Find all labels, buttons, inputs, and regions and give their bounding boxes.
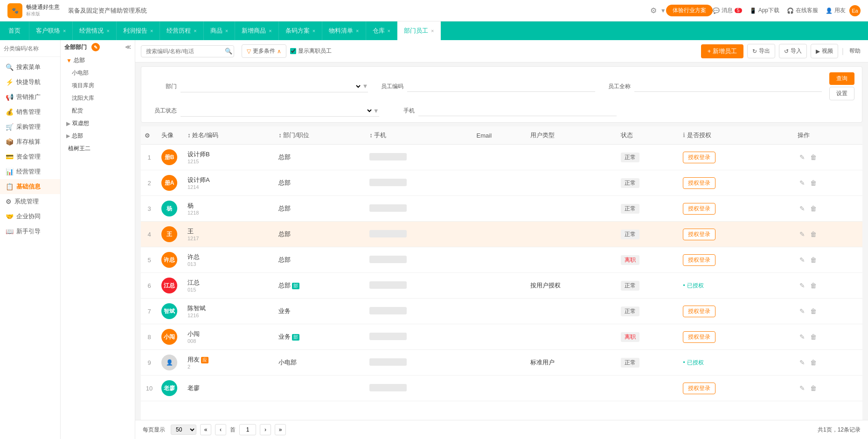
gear-icon[interactable]: ⚙ — [650, 6, 657, 15]
auth-login-button[interactable]: 授权登录 — [683, 254, 715, 266]
delete-button[interactable]: 🗑 — [808, 332, 819, 341]
sidebar-item-basic[interactable]: 📋 基础信息 — [0, 179, 60, 194]
page-size-select[interactable]: 50 100 200 — [171, 425, 196, 435]
col-dept[interactable]: ↕ 部门/职位 — [275, 126, 366, 145]
online-service-button[interactable]: 🎧 在线客服 — [787, 7, 818, 14]
auth-login-button[interactable]: 授权登录 — [683, 331, 715, 343]
message-button[interactable]: 💬 消息 5 — [713, 7, 742, 14]
title-dropdown[interactable]: ▼ — [660, 7, 666, 14]
close-icon[interactable]: × — [225, 28, 228, 34]
import-button[interactable]: ↺ 导入 — [779, 44, 807, 58]
help-button[interactable]: 帮助 — [847, 45, 862, 57]
last-page-button[interactable]: » — [275, 424, 286, 435]
auth-login-button[interactable]: 授权登录 — [683, 306, 715, 317]
col-name[interactable]: ↕ 姓名/编码 — [184, 126, 275, 145]
delete-button[interactable]: 🗑 — [808, 383, 819, 393]
tab-history[interactable]: 经营历程 × — [160, 21, 203, 40]
show-resigned-label[interactable]: 显示离职员工 — [290, 47, 332, 55]
close-icon[interactable]: × — [150, 28, 153, 34]
edit-button[interactable]: ✎ — [798, 281, 807, 290]
edit-button[interactable]: ✎ — [798, 178, 807, 188]
edit-button[interactable]: ✎ — [798, 383, 807, 393]
collapse-icon[interactable]: ≪ — [125, 44, 131, 50]
add-employee-button[interactable]: + 新增员工 — [701, 44, 743, 58]
tab-bom[interactable]: 物料清单 × — [322, 21, 366, 40]
auth-login-button[interactable]: 授权登录 — [683, 229, 715, 240]
search-input[interactable] — [141, 45, 234, 57]
sidebar-item-inventory[interactable]: 📦 库存核算 — [0, 134, 60, 149]
close-icon[interactable]: × — [431, 28, 434, 34]
sidebar-item-marketing[interactable]: 📢 营销推广 — [0, 90, 60, 105]
filter-empcode-input[interactable] — [407, 81, 595, 92]
prev-page-button[interactable]: ‹ — [215, 424, 226, 435]
auth-login-button[interactable]: 授权登录 — [683, 177, 715, 189]
col-settings[interactable]: ⚙ — [141, 126, 158, 145]
show-resigned-checkbox[interactable] — [290, 48, 296, 54]
sidebar-item-collab[interactable]: 🤝 企业协同 — [0, 209, 60, 224]
close-icon[interactable]: × — [356, 28, 359, 34]
tab-customer[interactable]: 客户联络 × — [29, 21, 73, 40]
edit-button[interactable]: ✎ — [798, 153, 807, 162]
tab-add-goods[interactable]: 新增商品 × — [235, 21, 278, 40]
sidebar-item-guide[interactable]: 📖 新手引导 — [0, 224, 60, 239]
dept-group-header-hq[interactable]: ▼ 总部 — [61, 54, 135, 67]
edit-button[interactable]: ✎ — [798, 255, 807, 265]
close-icon[interactable]: × — [388, 28, 390, 34]
next-page-button[interactable]: › — [260, 424, 271, 435]
dept-group-header-sx[interactable]: ▶ 双虚想 — [61, 117, 135, 130]
filter-phone-input[interactable] — [418, 105, 617, 116]
close-icon[interactable]: × — [194, 28, 196, 34]
dept-leaf-xiaodibu[interactable]: 小电部 — [61, 67, 135, 79]
dept-leaf-peihuo[interactable]: 配货 — [61, 105, 135, 117]
delete-button[interactable]: 🗑 — [808, 281, 819, 290]
sidebar-item-finance[interactable]: 💳 资金管理 — [0, 149, 60, 164]
dept-all-header[interactable]: 全部部门 ✎ ≪ — [61, 40, 135, 54]
delete-button[interactable]: 🗑 — [808, 153, 819, 162]
edit-button[interactable]: ✎ — [798, 358, 807, 367]
sidebar-item-system[interactable]: ⚙ 系统管理 — [0, 194, 60, 209]
view-button[interactable]: ▶ 视频 — [811, 44, 838, 58]
delete-button[interactable]: 🗑 — [808, 358, 819, 367]
dept-leaf-shenyang[interactable]: 沈阳大库 — [61, 92, 135, 105]
close-icon[interactable]: × — [63, 28, 66, 34]
first-page-button[interactable]: « — [200, 424, 211, 435]
current-page-input[interactable] — [239, 424, 256, 435]
close-icon[interactable]: × — [269, 28, 271, 34]
delete-button[interactable]: 🗑 — [808, 204, 819, 213]
query-button[interactable]: 查询 — [829, 72, 854, 85]
delete-button[interactable]: 🗑 — [808, 307, 819, 316]
edit-button[interactable]: ✎ — [798, 204, 807, 213]
delete-button[interactable]: 🗑 — [808, 255, 819, 265]
dept-group-header-zs[interactable]: 植树王二 — [61, 142, 135, 155]
filter-dept-select[interactable] — [181, 83, 362, 90]
sidebar-item-search[interactable]: 🔍 搜索菜单 — [0, 60, 60, 75]
tab-home[interactable]: 首页 — [0, 21, 29, 40]
export-button[interactable]: ↻ 导出 — [747, 44, 775, 58]
dept-leaf-project[interactable]: 项目库房 — [61, 79, 135, 92]
sidebar-item-purchase[interactable]: 🛒 采购管理 — [0, 119, 60, 134]
col-phone[interactable]: ↕ 手机 — [366, 126, 472, 145]
sidebar-item-business[interactable]: 📊 经营管理 — [0, 164, 60, 179]
try-industry-button[interactable]: 体验行业方案 — [666, 5, 713, 16]
sidebar-item-sales[interactable]: 💰 销售管理 — [0, 105, 60, 119]
edit-button[interactable]: ✎ — [798, 230, 807, 239]
dept-edit-icon[interactable]: ✎ — [91, 43, 100, 51]
more-filter-button[interactable]: ▽ 更多条件 ∧ — [242, 44, 286, 58]
tab-goods[interactable]: 商品 × — [204, 21, 235, 40]
app-download-button[interactable]: 📱 App下载 — [750, 7, 779, 14]
tab-profit[interactable]: 利润报告 × — [117, 21, 160, 40]
user-button[interactable]: 👤 用友 Ea — [826, 5, 861, 16]
sidebar-item-quicknav[interactable]: ⚡ 快捷导航 — [0, 75, 60, 90]
dept-group-header-zb[interactable]: ▶ 总部 — [61, 130, 135, 142]
close-icon[interactable]: × — [106, 28, 109, 34]
delete-button[interactable]: 🗑 — [808, 178, 819, 188]
edit-button[interactable]: ✎ — [798, 307, 807, 316]
auth-login-button[interactable]: 授权登录 — [683, 152, 715, 163]
sidebar-search-input[interactable] — [4, 45, 61, 52]
delete-button[interactable]: 🗑 — [808, 230, 819, 239]
filter-empname-input[interactable] — [634, 81, 822, 92]
tab-department[interactable]: 部门员工 × — [397, 21, 441, 40]
tab-barcode[interactable]: 条码方案 × — [279, 21, 322, 40]
edit-button[interactable]: ✎ — [798, 332, 807, 341]
settings-icon[interactable]: ⚙ — [145, 132, 150, 139]
